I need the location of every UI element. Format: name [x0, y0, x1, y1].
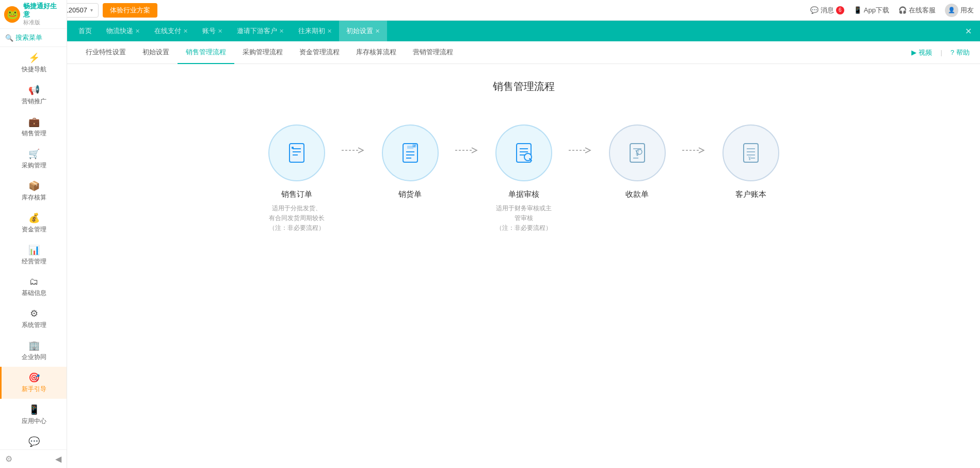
sidebar-item-label: 企业协同 [22, 353, 46, 362]
sidebar-item-corp[interactable]: 🏢 企业协同 [0, 335, 67, 367]
flow-diagram: 销售订单 适用于分批发货、有合同发货周期较长（注：非必要流程） [77, 119, 970, 239]
nav-tab-logistics[interactable]: 物流快递 ✕ [99, 21, 147, 41]
nav-close-button[interactable]: ✕ [961, 26, 976, 36]
sidebar-logo: 🐸 畅捷通好生意 标准版 [0, 0, 67, 29]
sidebar-item-label: 营销推广 [22, 97, 46, 106]
sidebar-item-label: 经营管理 [22, 257, 46, 266]
arrow-icon [568, 145, 593, 155]
nav-tab-label: 邀请下游客户 [237, 26, 277, 36]
nav-tab-initial[interactable]: 初始设置 ✕ [339, 21, 387, 41]
sidebar-item-inventory[interactable]: 📦 库存核算 [0, 175, 67, 207]
close-icon[interactable]: ✕ [327, 28, 332, 35]
finance-icon: 💰 [28, 212, 40, 224]
close-icon[interactable]: ✕ [135, 28, 140, 35]
nav-tab-home[interactable]: 首页 [71, 21, 99, 41]
flow-step-sales-invoice: 销货单 [366, 124, 454, 204]
sidebar-item-purchase[interactable]: 🛒 采购管理 [0, 143, 67, 175]
top-bar-right: 💬 消息 6 📱 App下载 🎧 在线客服 👤 用友 [810, 4, 974, 17]
sidebar-item-label: 销售管理 [22, 129, 46, 138]
online-service-label: 在线客服 [909, 6, 936, 15]
sub-tab-label: 采购管理流程 [243, 48, 283, 56]
sub-tabs: 行业特性设置 初始设置 销售管理流程 采购管理流程 资金管理流程 库存核算流程 … [67, 41, 980, 64]
sidebar-item-quicknav[interactable]: ⚡ 快捷导航 [0, 47, 67, 79]
settings-icon[interactable]: ⚙ [5, 454, 12, 464]
flow-desc-doc-review: 适用于财务审核或主管审核（注：非必要流程） [496, 204, 552, 233]
marketing-icon: 📢 [28, 84, 40, 96]
main-wrapper: 行业特性设置 初始设置 销售管理流程 采购管理流程 资金管理流程 库存核算流程 … [67, 41, 980, 468]
logo-main: 畅捷通好生意 [23, 2, 62, 18]
avatar: 👤 [945, 4, 958, 17]
inventory-icon: 📦 [28, 180, 40, 192]
sidebar-item-appcenter[interactable]: 📱 应用中心 [0, 399, 67, 431]
headset-icon: 🎧 [898, 6, 907, 14]
sidebar-bottom: ⚙ ◀ [0, 449, 67, 468]
nav-tab-label: 首页 [78, 26, 92, 36]
sub-tab-inventory-flow[interactable]: 库存核算流程 [348, 41, 405, 64]
flow-label-sales-invoice: 销货单 [398, 190, 422, 199]
flow-circle-sales-order [268, 124, 325, 181]
sub-tab-marketing-flow[interactable]: 营销管理流程 [405, 41, 461, 64]
sidebar-item-label: 系统管理 [22, 321, 46, 330]
sidebar-item-finance[interactable]: 💰 资金管理 [0, 207, 67, 239]
help-icon: ? [951, 49, 954, 56]
sidebar-item-guide[interactable]: 🎯 新手引导 [0, 367, 67, 399]
video-link[interactable]: ▶ 视频 [911, 48, 932, 57]
close-icon[interactable]: ✕ [183, 28, 188, 35]
sidebar-item-system[interactable]: ⚙ 系统管理 [0, 303, 67, 335]
close-icon[interactable]: ✕ [218, 28, 222, 35]
corp-icon: 🏢 [28, 340, 40, 351]
flow-desc-sales-order: 适用于分批发货、有合同发货周期较长（注：非必要流程） [269, 204, 325, 233]
help-link[interactable]: ? 帮助 [951, 48, 970, 57]
operation-icon: 📊 [28, 244, 40, 256]
search-icon: 🔍 [5, 34, 13, 42]
chevron-down-icon: ▾ [90, 7, 93, 13]
online-service-item[interactable]: 🎧 在线客服 [898, 6, 936, 15]
nav-tab-account[interactable]: 账号 ✕ [195, 21, 230, 41]
sub-tab-finance-flow[interactable]: 资金管理流程 [291, 41, 348, 64]
arrow-icon [341, 145, 366, 155]
message-badge: 6 [836, 6, 844, 14]
sub-tab-purchase-flow[interactable]: 采购管理流程 [234, 41, 291, 64]
customer-ledger-icon: ¥ [740, 142, 762, 164]
trial-button[interactable]: 体验行业方案 [103, 3, 157, 18]
user-profile-item[interactable]: 👤 用友 [945, 4, 974, 17]
app-download-item[interactable]: 📱 App下载 [854, 6, 889, 15]
video-icon: ▶ [911, 49, 917, 56]
system-icon: ⚙ [30, 308, 38, 319]
flow-circle-receipt: ¥ [609, 124, 666, 181]
sidebar-item-marketing[interactable]: 📢 营销推广 [0, 79, 67, 111]
video-label: 视频 [919, 48, 932, 57]
nav-tab-label: 物流快递 [106, 26, 133, 36]
sidebar-item-basic[interactable]: 🗂 基础信息 [0, 271, 67, 303]
sidebar-item-label: 应用中心 [22, 417, 46, 426]
close-icon[interactable]: ✕ [375, 28, 380, 35]
page-title: 销售管理流程 [77, 80, 970, 93]
sidebar-item-sales[interactable]: 💼 销售管理 [0, 111, 67, 143]
close-icon[interactable]: ✕ [279, 28, 284, 35]
app-logo-icon: 🐸 [4, 6, 20, 23]
sub-tab-industry[interactable]: 行业特性设置 [77, 41, 134, 64]
sub-tab-label: 营销管理流程 [413, 48, 453, 56]
sidebar: 🐸 畅捷通好生意 标准版 🔍 搜索菜单 ⚡ 快捷导航 📢 营销推广 💼 销售管理… [0, 0, 67, 468]
nav-tab-period[interactable]: 往来期初 ✕ [291, 21, 339, 41]
message-item[interactable]: 💬 消息 6 [810, 6, 844, 15]
sub-tab-sales-flow[interactable]: 销售管理流程 [178, 41, 234, 64]
top-bar: 用户690企业1660120507 ▾ 体验行业方案 💬 消息 6 📱 App下… [0, 0, 980, 21]
logo-text: 畅捷通好生意 标准版 [23, 2, 62, 26]
collapse-icon[interactable]: ◀ [55, 454, 61, 464]
sidebar-search[interactable]: 🔍 搜索菜单 [0, 29, 67, 47]
arrow-icon [681, 145, 707, 155]
nav-tab-invite[interactable]: 邀请下游客户 ✕ [230, 21, 291, 41]
nav-tab-payment[interactable]: 在线支付 ✕ [147, 21, 195, 41]
sidebar-item-operation[interactable]: 📊 经营管理 [0, 239, 67, 271]
search-label: 搜索菜单 [15, 33, 42, 42]
flow-step-sales-order: 销售订单 适用于分批发货、有合同发货周期较长（注：非必要流程） [253, 124, 341, 233]
sub-tab-label: 行业特性设置 [86, 48, 126, 56]
sidebar-item-corpwx[interactable]: 💬 企业微信 [0, 431, 67, 449]
flow-circle-doc-review [495, 124, 552, 181]
logo-sub: 标准版 [23, 19, 62, 26]
sub-tab-initial-set[interactable]: 初始设置 [134, 41, 178, 64]
nav-tab-label: 在线支付 [154, 26, 181, 36]
sidebar-item-label: 资金管理 [22, 225, 46, 234]
guide-icon: 🎯 [28, 372, 40, 383]
